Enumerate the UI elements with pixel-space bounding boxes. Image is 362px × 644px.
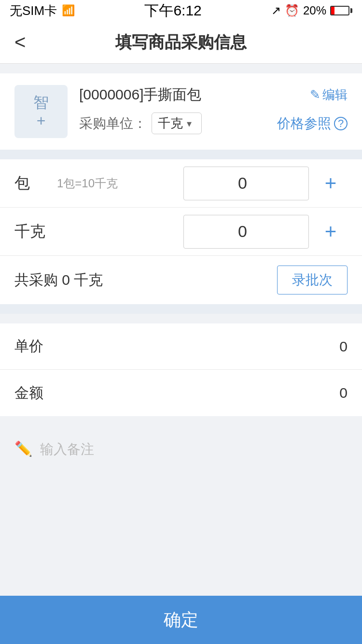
status-right: ↗ ⏰ 20% [271,4,352,17]
battery-icon [330,6,352,15]
kg-label: 千克 [14,221,53,242]
confirm-button[interactable]: 确定 [164,608,198,632]
dropdown-arrow-icon: ▾ [187,118,192,129]
quantity-section: 包 1包=10千克 + 千克 + 共采购 0 千克 录批次 [0,159,362,304]
back-button[interactable]: < [14,31,26,53]
notes-pencil-icon: ✏️ [14,440,32,457]
unit-label: 采购单位： [79,114,147,133]
bag-sublabel: 1包=10千克 [57,176,183,191]
notes-section[interactable]: ✏️ 输入备注 [0,426,362,484]
batch-button[interactable]: 录批次 [277,266,348,294]
status-bar: 无SIM卡 📶 下午6:12 ↗ ⏰ 20% [0,0,362,21]
battery-label: 20% [303,4,326,17]
unit-row: 采购单位： 千克 ▾ 价格参照 ? [79,112,348,134]
kg-input-row: 千克 + [0,208,362,256]
total-row: 共采购 0 千克 录批次 [0,256,362,304]
amount-label: 金额 [14,383,43,403]
confirm-bar[interactable]: 确定 [0,596,362,644]
product-name: [0000006]手撕面包 [79,85,201,105]
notes-placeholder: 输入备注 [40,440,94,459]
bag-label: 包 [14,173,53,194]
alarm-icon: ⏰ [285,4,299,17]
bag-quantity-input[interactable] [183,167,309,200]
total-label: 共采购 0 千克 [14,270,103,290]
product-info: [0000006]手撕面包 ✎ 编辑 采购单位： 千克 ▾ 价格参照 ? [79,85,348,134]
price-ref-help-icon: ? [334,117,348,130]
product-card: 智 + [0000006]手撕面包 ✎ 编辑 采购单位： 千克 ▾ 价格参照 ? [0,73,362,150]
section-divider-1 [0,150,362,159]
status-left: 无SIM卡 📶 [10,2,75,19]
bag-input-row: 包 1包=10千克 + [0,159,362,208]
edit-button[interactable]: ✎ 编辑 [310,86,348,103]
wifi-icon: 📶 [62,4,75,17]
unit-price-row: 单价 0 [0,323,362,370]
bag-plus-button[interactable]: + [314,167,348,200]
section-divider-2 [0,304,362,314]
price-section: 单价 0 金额 0 [0,323,362,416]
carrier-label: 无SIM卡 [10,2,57,19]
edit-label: 编辑 [322,86,348,103]
unit-price-value: 0 [339,338,348,355]
amount-value: 0 [339,385,348,401]
product-thumbnail: 智 + [14,85,68,138]
product-logo: 智 + [33,93,49,130]
kg-quantity-input[interactable] [183,215,309,249]
price-reference-button[interactable]: 价格参照 ? [277,114,348,133]
unit-select[interactable]: 千克 ▾ [152,112,202,134]
unit-price-label: 单价 [14,336,43,356]
amount-row: 金额 0 [0,370,362,416]
nav-bar: < 填写商品采购信息 [0,21,362,64]
unit-value: 千克 [158,115,183,132]
price-ref-label: 价格参照 [277,114,331,133]
page-title: 填写商品采购信息 [115,31,247,54]
kg-plus-button[interactable]: + [314,215,348,249]
gps-icon: ↗ [271,4,281,17]
time-label: 下午6:12 [144,1,201,21]
kg-input-right: + [183,215,348,249]
edit-icon: ✎ [310,87,320,102]
product-name-row: [0000006]手撕面包 ✎ 编辑 [79,85,348,105]
bag-input-right: + [183,167,348,200]
